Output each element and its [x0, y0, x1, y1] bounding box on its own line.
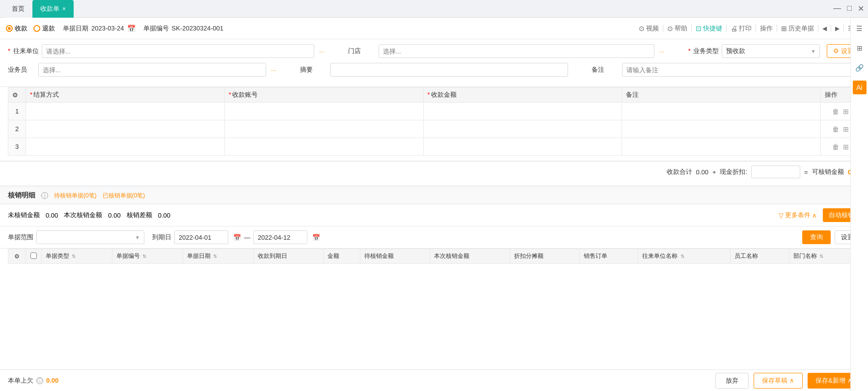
row-3-account-input[interactable]: [225, 138, 423, 155]
sort-icon[interactable]: ⇅: [72, 253, 76, 259]
cal-to-icon[interactable]: 📅: [312, 234, 320, 241]
select-all-checkbox[interactable]: [30, 252, 37, 259]
nav-left-icon[interactable]: ◀: [822, 25, 827, 32]
info-icon[interactable]: i: [41, 192, 48, 199]
shortcut-btn[interactable]: ⊡ 快捷键: [696, 24, 722, 33]
row-2-remark[interactable]: [622, 120, 821, 138]
save-draft-btn[interactable]: 保存草稿 ∧: [754, 373, 803, 389]
pending-tab[interactable]: 待核销单据(0笔): [54, 192, 97, 200]
nav-right-icon[interactable]: ▶: [835, 25, 840, 32]
tab-close-icon[interactable]: ×: [62, 0, 66, 18]
row-3-remark[interactable]: [622, 138, 821, 156]
table-container: ⚙ *结算方式 *收款账号 *收款金额 备注 操作: [0, 87, 868, 161]
radio-collect[interactable]: 收款: [6, 24, 27, 33]
col-checkbox-header[interactable]: [26, 249, 42, 264]
due-date-from-input[interactable]: [174, 230, 228, 244]
staff-input[interactable]: [38, 63, 266, 77]
range-select[interactable]: ▼: [36, 230, 144, 244]
radio-group: 收款 退款: [6, 24, 55, 33]
partner-input[interactable]: [42, 44, 314, 58]
sidebar-link-icon[interactable]: 🔗: [853, 61, 867, 75]
row-2-remark-input[interactable]: [622, 120, 820, 138]
staff-more-icon[interactable]: ···: [271, 66, 276, 74]
history-btn[interactable]: ⊞ 历史单据: [781, 24, 814, 33]
row-1-num: 1: [8, 103, 26, 120]
sort-icon5[interactable]: ⇅: [819, 253, 823, 259]
row-3-amount[interactable]: [423, 138, 622, 156]
copy-icon-1[interactable]: ⊞: [843, 108, 849, 115]
more-conditions-btn[interactable]: ▽ 更多条件 ∧: [779, 211, 817, 220]
row-2-settle-input[interactable]: [26, 120, 224, 138]
row-1-amount[interactable]: [423, 103, 622, 120]
store-more-icon[interactable]: ···: [659, 48, 665, 55]
minimize-icon[interactable]: —: [833, 4, 841, 13]
print-btn[interactable]: 🖨 打印: [731, 24, 752, 33]
row-2-amount-input[interactable]: [424, 120, 622, 138]
delete-icon-1[interactable]: 🗑: [832, 108, 839, 115]
row-1-remark-input[interactable]: [622, 103, 820, 120]
row-3-settle-input[interactable]: [26, 138, 224, 155]
sort-icon3[interactable]: ⇅: [213, 253, 217, 259]
cal-from-icon[interactable]: 📅: [233, 234, 241, 241]
col-gear2-header[interactable]: ⚙: [8, 249, 26, 264]
sidebar-ai-icon[interactable]: Ai: [853, 81, 867, 94]
row-3-num: 3: [8, 138, 26, 156]
calendar-icon[interactable]: 📅: [127, 25, 136, 32]
close-icon[interactable]: ✕: [858, 4, 864, 13]
copy-icon-3[interactable]: ⊞: [843, 143, 849, 151]
row-1-account[interactable]: [224, 103, 423, 120]
more-conditions-label: 更多条件: [785, 211, 811, 220]
row-1-settle[interactable]: [26, 103, 225, 120]
required-star: *: [8, 47, 10, 55]
row-1-remark[interactable]: [622, 103, 821, 120]
local-diff-info-icon[interactable]: ⓘ: [36, 377, 43, 384]
tab-current[interactable]: 收款单 ×: [32, 0, 74, 18]
row-2-account-input[interactable]: [225, 120, 423, 138]
copy-icon-2[interactable]: ⊞: [843, 125, 849, 133]
row-2-settle[interactable]: [26, 120, 225, 138]
col-doc-no-header: 单据编号 ⇅: [112, 249, 183, 264]
query-btn[interactable]: 查询: [802, 230, 831, 244]
maximize-icon[interactable]: □: [847, 4, 852, 13]
row-1-settle-input[interactable]: [26, 103, 224, 120]
due-date-to-input[interactable]: [253, 230, 307, 244]
tab-home[interactable]: 首页: [4, 0, 32, 18]
footer-right: 放弃 保存草稿 ∧ 保存&新增 ∧: [715, 373, 860, 389]
summary-input[interactable]: [330, 63, 569, 77]
due-date-field: 到期日 📅 — 📅: [152, 230, 320, 244]
shortcut-label: 快捷键: [703, 24, 722, 33]
diff-value: 0.00: [158, 212, 170, 219]
biz-type-select[interactable]: 预收款 ▼: [722, 44, 820, 58]
note-input[interactable]: [622, 63, 860, 77]
discount-input[interactable]: [751, 166, 800, 178]
diff-label: 核销差额: [127, 211, 152, 220]
delete-icon-3[interactable]: 🗑: [832, 143, 839, 151]
done-tab[interactable]: 已核销单据(0笔): [103, 192, 145, 200]
col-remark-header: 备注: [622, 87, 821, 103]
help-btn[interactable]: ⊙ 帮助: [667, 24, 687, 33]
partner-more-icon[interactable]: ···: [319, 48, 325, 55]
row-3-account[interactable]: [224, 138, 423, 156]
row-2-account[interactable]: [224, 120, 423, 138]
operations-btn[interactable]: 操作: [760, 24, 773, 33]
row-3-amount-input[interactable]: [424, 138, 622, 155]
sort-icon4[interactable]: ⇅: [680, 253, 684, 259]
video-btn[interactable]: ⊙ 视频: [639, 24, 659, 33]
col-staff-name-header: 员工名称: [731, 249, 789, 264]
abandon-btn[interactable]: 放弃: [715, 373, 749, 389]
store-input[interactable]: [379, 44, 654, 58]
radio-collect-dot: [6, 25, 13, 32]
row-3-remark-input[interactable]: [622, 138, 820, 155]
col-gear-header[interactable]: ⚙: [8, 87, 26, 103]
sidebar-grid-icon[interactable]: ⊞: [853, 41, 867, 55]
summary-row: 收款合计 0.00 + 现金折扣: = 可核销金额 0.00: [0, 161, 868, 182]
shortcut-icon: ⊡: [696, 25, 702, 32]
radio-refund[interactable]: 退款: [33, 24, 55, 33]
sort-icon2[interactable]: ⇅: [142, 253, 146, 259]
row-1-amount-input[interactable]: [424, 103, 622, 120]
row-3-settle[interactable]: [26, 138, 225, 156]
row-2-amount[interactable]: [423, 120, 622, 138]
delete-icon-2[interactable]: 🗑: [832, 125, 839, 133]
sidebar-table-icon[interactable]: ☰: [853, 22, 867, 35]
row-1-account-input[interactable]: [225, 103, 423, 120]
